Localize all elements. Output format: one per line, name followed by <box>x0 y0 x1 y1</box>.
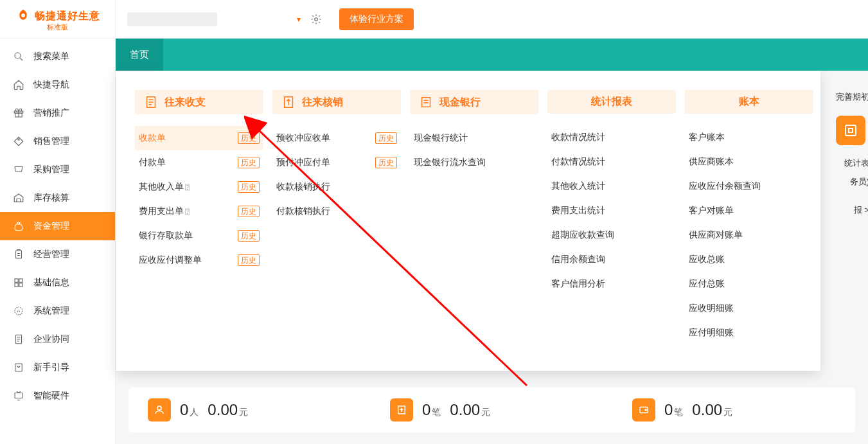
svg-rect-5 <box>16 251 22 258</box>
menu-item-ap-detail[interactable]: 应付明细账 <box>685 321 813 345</box>
mega-col-header: 往来收支 <box>135 90 263 114</box>
sidebar-item-search[interactable]: 搜索菜单 <box>0 42 115 71</box>
menu-item-customer-credit[interactable]: 客户信用分析 <box>547 272 676 296</box>
menu-item-ap-general[interactable]: 应付总账 <box>685 272 813 296</box>
sidebar-item-inventory[interactable]: 库存核算 <box>0 184 115 212</box>
org-selector[interactable]: ▾ <box>127 12 301 26</box>
people-icon <box>148 398 171 422</box>
menu-item-other-income[interactable]: 其他收入单⍰ 历史 <box>135 175 263 199</box>
menu-item-other-income-stats[interactable]: 其他收入统计 <box>547 174 676 199</box>
menu-item-bank-deposit[interactable]: 银行存取款单 历史 <box>135 224 263 248</box>
bill-icon <box>390 398 413 422</box>
sidebar-item-label: 营销推广 <box>33 107 69 119</box>
menu-item-label: 客户对账单 <box>689 205 734 217</box>
sidebar-item-purchase[interactable]: 采购管理 <box>0 155 115 184</box>
menu-item-receipt-writeoff-exec[interactable]: 收款核销执行 <box>272 175 401 199</box>
clipboard-icon <box>13 249 24 260</box>
menu-item-customer-statement[interactable]: 客户对账单 <box>685 199 813 223</box>
menu-item-receipt-stats[interactable]: 收款情况统计 <box>547 125 676 150</box>
org-name-redacted <box>127 12 217 26</box>
history-badge[interactable]: 历史 <box>375 132 397 144</box>
menu-item-payment-stats[interactable]: 付款情况统计 <box>547 150 676 174</box>
stat-count-unit: 笔 <box>674 407 683 417</box>
menu-item-expense[interactable]: 费用支出单⍰ 历史 <box>135 199 263 224</box>
svg-rect-9 <box>19 283 22 287</box>
main-area: ▾ 体验行业方案 首页 往来收支 <box>116 0 868 444</box>
right-rail-text-2[interactable]: 统计表 务员) <box>843 154 868 191</box>
sidebar-item-guide[interactable]: 新手引导 <box>0 353 115 382</box>
sidebar-item-hardware[interactable]: 智能硬件 <box>0 382 115 410</box>
tab-home[interactable]: 首页 <box>116 39 163 71</box>
sidebar-item-basicinfo[interactable]: 基础信息 <box>0 269 115 297</box>
sidebar-item-sales[interactable]: 销售管理 <box>0 127 115 155</box>
stat-count-unit: 人 <box>190 407 199 417</box>
right-rail-text-3[interactable]: 报 > <box>853 200 868 220</box>
tag-icon <box>13 136 24 147</box>
menu-item-ar-general[interactable]: 应收总账 <box>685 247 813 272</box>
menu-item-prepay-offset[interactable]: 预付冲应付单 历史 <box>272 150 401 175</box>
mega-col-ledgers: 账本 客户账本 供应商账本 应收应付余额查询 客户对账单 供应商对账单 应收总账… <box>685 90 813 345</box>
menu-item-ar-ap-balance[interactable]: 应收应付余额查询 <box>685 174 813 199</box>
menu-item-supplier-statement[interactable]: 供应商对账单 <box>685 223 813 247</box>
sidebar: 畅捷通好生意 标准版 搜索菜单 快捷导航 营销推广 销售管理 <box>0 0 116 444</box>
menu-item-overdue-ar[interactable]: 超期应收款查询 <box>547 223 676 247</box>
menu-item-payment-writeoff-exec[interactable]: 付款核销执行 <box>272 199 401 224</box>
mega-col-header: 往来核销 <box>272 90 401 114</box>
svg-rect-18 <box>422 98 430 107</box>
menu-item-prereceipt-offset[interactable]: 预收冲应收单 历史 <box>272 126 401 150</box>
svg-rect-8 <box>15 283 18 287</box>
menu-item-label: 费用支出统计 <box>551 205 605 217</box>
history-badge[interactable]: 历史 <box>238 254 260 266</box>
menu-item-ar-ap-adjust[interactable]: 应收应付调整单 历史 <box>135 248 263 272</box>
svg-point-10 <box>15 307 22 315</box>
menu-item-expense-stats[interactable]: 费用支出统计 <box>547 199 676 223</box>
stat-amount-unit: 元 <box>239 407 248 417</box>
history-badge[interactable]: 历史 <box>375 157 397 168</box>
mega-col-header: 现金银行 <box>410 90 538 114</box>
sidebar-item-label: 新手引导 <box>33 362 69 373</box>
mega-col-header: 账本 <box>685 90 813 114</box>
stat-amount: 0.00 <box>692 401 722 418</box>
guide-icon <box>13 362 24 373</box>
stat-card-1: 0人 0.00元 <box>148 398 351 422</box>
menu-item-label: 应收应付调整单 <box>139 254 202 266</box>
history-badge[interactable]: 历史 <box>238 230 260 242</box>
history-badge[interactable]: 历史 <box>238 181 260 193</box>
stat-count: 0 <box>664 401 673 418</box>
home-icon <box>13 79 24 91</box>
history-badge[interactable]: 历史 <box>238 132 260 144</box>
mega-col-transactions: 往来收支 收款单 历史 付款单 历史 <box>135 90 263 345</box>
menu-item-ar-detail[interactable]: 应收明细账 <box>685 296 813 321</box>
sidebar-item-quicknav[interactable]: 快捷导航 <box>0 71 115 99</box>
sidebar-item-system[interactable]: 系统管理 <box>0 297 115 325</box>
menu-item-payment[interactable]: 付款单 历史 <box>135 150 263 175</box>
menu-item-receipt[interactable]: 收款单 历史 <box>135 126 263 150</box>
mega-col-title: 往来收支 <box>164 96 206 109</box>
stat-count: 0 <box>422 401 430 418</box>
stat-count-unit: 笔 <box>432 407 441 417</box>
svg-rect-14 <box>15 393 22 398</box>
cta-button[interactable]: 体验行业方案 <box>339 8 414 30</box>
settings-gear-button[interactable] <box>307 10 325 28</box>
menu-item-supplier-ledger[interactable]: 供应商账本 <box>685 150 813 174</box>
sidebar-item-finance[interactable]: 资金管理 <box>0 212 115 240</box>
history-badge[interactable]: 历史 <box>238 206 260 217</box>
help-icon[interactable]: ⍰ <box>185 207 190 216</box>
menu-item-credit-balance[interactable]: 信用余额查询 <box>547 247 676 272</box>
menu-item-cashbank-stats[interactable]: 现金银行统计 <box>410 126 538 150</box>
menu-item-label: 供应商对账单 <box>689 229 743 241</box>
sidebar-item-marketing[interactable]: 营销推广 <box>0 99 115 127</box>
menu-item-label: 超期应收款查询 <box>551 229 614 241</box>
right-rail-text-1[interactable]: 完善期初 <box>835 87 868 107</box>
sidebar-item-collab[interactable]: 企业协同 <box>0 325 115 353</box>
mega-menu: 往来收支 收款单 历史 付款单 历史 <box>116 71 820 371</box>
menu-item-customer-ledger[interactable]: 客户账本 <box>685 125 813 150</box>
menu-item-cashbank-flow[interactable]: 现金银行流水查询 <box>410 150 538 175</box>
menu-item-label: 应付总账 <box>689 278 725 290</box>
svg-rect-6 <box>15 279 18 282</box>
history-badge[interactable]: 历史 <box>238 157 260 168</box>
right-rail-shortcut-icon[interactable] <box>836 116 865 145</box>
sidebar-item-label: 资金管理 <box>33 220 69 232</box>
help-icon[interactable]: ⍰ <box>185 182 190 191</box>
sidebar-item-operation[interactable]: 经营管理 <box>0 240 115 269</box>
